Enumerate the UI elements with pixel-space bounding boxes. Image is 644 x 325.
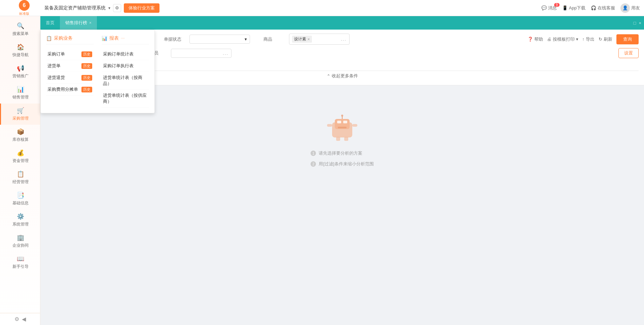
dropdown-col-purchase-header: 📋 采购业务	[46, 35, 94, 44]
tab-bar-right: □ ×	[634, 21, 644, 26]
sidebar: 🔍 搜索菜单 🏠 快捷导航 📢 营销推广 📊 销售管理 🛒 采购管理 📦 库存核…	[0, 16, 40, 325]
empty-text-line2: 用[过滤]条件来缩小分析范围	[319, 161, 373, 167]
tab-sales-rank-label: 销售排行榜	[65, 20, 87, 26]
clipboard-icon: 📋	[17, 170, 24, 178]
dropdown-item-purchase-stat[interactable]: 采购订单统计表	[102, 48, 149, 60]
sidebar-item-enterprise[interactable]: 🏢 企业协同	[0, 231, 40, 252]
top-right-area: 💬 消息 9 📱 App下载 🎧 在线客服 👤 用友	[541, 3, 640, 13]
empty-text-area: 1 请先选择要分析的方案 2 用[过滤]条件来缩小分析范围	[311, 149, 373, 168]
settings-gear-btn[interactable]: ⚙	[113, 4, 121, 12]
sidebar-item-quick-nav[interactable]: 🏠 快捷导航	[0, 40, 40, 61]
title-dropdown-btn[interactable]: ▾	[108, 6, 110, 10]
box-icon: 📦	[17, 128, 24, 135]
sidebar-item-system[interactable]: ⚙️ 系统管理	[0, 209, 40, 231]
dropdown-item-incoming-stat-goods[interactable]: 进货单统计表（按商品）	[102, 72, 149, 90]
book-icon: 📖	[17, 255, 24, 262]
sidebar-item-label: 快捷导航	[12, 52, 29, 58]
voucher-status-select[interactable]: ▾	[189, 35, 250, 44]
setting-btn[interactable]: 设置	[618, 48, 639, 58]
dropdown-item-purchase-cost[interactable]: 采购费用分摊单 历史	[46, 84, 94, 95]
tab-close-btn[interactable]: ×	[639, 21, 641, 26]
collapse-label: 收起更多条件	[332, 73, 358, 79]
logo-icon: 6	[19, 0, 30, 11]
dropdown-columns: 📋 采购业务 采购订单 历史 进货单 历史 进货退货 历史 采购费用分摊单 历史	[46, 35, 149, 108]
app-download-label: App下载	[569, 5, 585, 11]
report-icon: 📊	[102, 36, 107, 41]
app-download-btn[interactable]: 📱 App下载	[562, 5, 585, 11]
sidebar-item-sales[interactable]: 📊 销售管理	[0, 82, 40, 104]
dropdown-item-purchase-order[interactable]: 采购订单 历史	[46, 48, 94, 60]
sidebar-item-operation[interactable]: 📋 经营管理	[0, 167, 40, 188]
user-label: 用友	[631, 5, 640, 11]
tab-sales-rank[interactable]: 销售排行榜 ×	[60, 16, 97, 30]
sidebar-item-label: 基础信息	[12, 200, 29, 206]
dropdown-item-incoming-return[interactable]: 进货退货 历史	[46, 72, 94, 84]
tab-maximize-btn[interactable]: □	[634, 21, 636, 26]
help-btn[interactable]: ❓ 帮助	[528, 36, 543, 42]
online-service-btn[interactable]: 🎧 在线客服	[591, 5, 615, 11]
print-chevron-icon: ▾	[576, 37, 578, 42]
logo-subtext: 标准版	[19, 11, 29, 16]
tab-home[interactable]: 首页	[40, 16, 60, 30]
refresh-label: 刷新	[604, 36, 612, 42]
incoming-stat-supplier-label: 进货单统计表（按供应商）	[103, 92, 148, 105]
salesperson-dots-btn[interactable]: ...	[223, 51, 228, 56]
building-icon: 🏢	[17, 234, 24, 241]
toolbar-right: ❓ 帮助 🖨 按模板打印 ▾ ↑ 导出	[528, 34, 639, 44]
refresh-btn[interactable]: ↻ 刷新	[599, 36, 612, 42]
message-icon: 💬	[541, 5, 547, 10]
sidebar-collapse-btn[interactable]: ◀	[22, 316, 26, 322]
goods-select[interactable]: 设计素 × ...	[289, 34, 350, 45]
industry-btn[interactable]: 体验行业方案	[124, 3, 159, 13]
history-badge-purchase-cost: 历史	[81, 87, 92, 92]
purchase-business-icon: 📋	[46, 36, 52, 41]
export-icon: ↑	[582, 37, 585, 42]
export-btn[interactable]: ↑ 导出	[582, 36, 595, 42]
sidebar-item-basic-info[interactable]: 📑 基础信息	[0, 188, 40, 209]
sidebar-item-newbie[interactable]: 📖 新手引导	[0, 252, 40, 273]
sidebar-item-label: 库存核算	[12, 137, 29, 143]
dropdown-col-report: 📊 报表 采购订单统计表 采购订单执行表 进货单统计表（按商品） 进货单统计表（…	[102, 35, 149, 108]
refresh-icon: ↻	[599, 37, 602, 42]
phone-icon: 📱	[562, 5, 568, 10]
tab-close-icon[interactable]: ×	[89, 21, 92, 25]
search-icon: 🔍	[17, 22, 24, 30]
messages-btn[interactable]: 💬 消息 9	[541, 5, 557, 11]
dropdown-item-incoming-stat-supplier[interactable]: 进货单统计表（按供应商）	[102, 90, 149, 108]
salesperson-select[interactable]: ...	[171, 49, 231, 58]
sidebar-item-marketing[interactable]: 📢 营销推广	[0, 61, 40, 82]
sidebar-item-finance[interactable]: 💰 资金管理	[0, 146, 40, 167]
dropdown-item-incoming[interactable]: 进货单 历史	[46, 60, 94, 72]
print-btn[interactable]: 🖨 按模板打印 ▾	[547, 36, 578, 42]
empty-line2: 2 用[过滤]条件来缩小分析范围	[311, 160, 373, 168]
dropdown-col-report-title: 报表	[109, 35, 119, 41]
dropdown-item-purchase-exec[interactable]: 采购订单执行表	[102, 60, 149, 72]
voucher-status-label: 单据状态	[164, 36, 184, 42]
empty-illustration	[322, 112, 362, 144]
purchase-exec-label: 采购订单执行表	[103, 63, 134, 69]
sidebar-settings-btn[interactable]: ⚙	[14, 316, 19, 322]
cart-icon: 🛒	[17, 107, 24, 114]
chart-icon: 📊	[17, 86, 24, 93]
user-btn[interactable]: 👤 用友	[620, 3, 640, 13]
megaphone-icon: 📢	[17, 65, 24, 72]
sidebar-item-search[interactable]: 🔍 搜索菜单	[0, 19, 40, 40]
sidebar-item-label: 采购管理	[12, 116, 29, 121]
sidebar-item-label: 营销推广	[12, 73, 29, 79]
sidebar-item-purchase[interactable]: 🛒 采购管理	[0, 104, 40, 125]
sidebar-item-label: 系统管理	[12, 221, 29, 227]
goods-dots-btn[interactable]: ...	[341, 37, 347, 42]
sidebar-item-inventory[interactable]: 📦 库存核算	[0, 125, 40, 146]
sidebar-item-label: 资金管理	[12, 158, 29, 164]
svg-point-10	[341, 115, 343, 117]
sidebar-item-label: 经营管理	[12, 179, 29, 185]
messages-badge: 9	[554, 3, 560, 7]
svg-rect-3	[343, 121, 347, 123]
dropdown-col-purchase-title: 采购业务	[54, 35, 73, 41]
purchase-cost-label: 采购费用分摊单	[47, 86, 78, 92]
goods-tag-remove-btn[interactable]: ×	[308, 37, 310, 42]
purchase-order-label: 采购订单	[47, 51, 65, 57]
query-btn[interactable]: 查询	[616, 34, 639, 44]
print-label: 按模板打印	[553, 36, 575, 42]
gear-icon: ⚙️	[17, 213, 24, 220]
